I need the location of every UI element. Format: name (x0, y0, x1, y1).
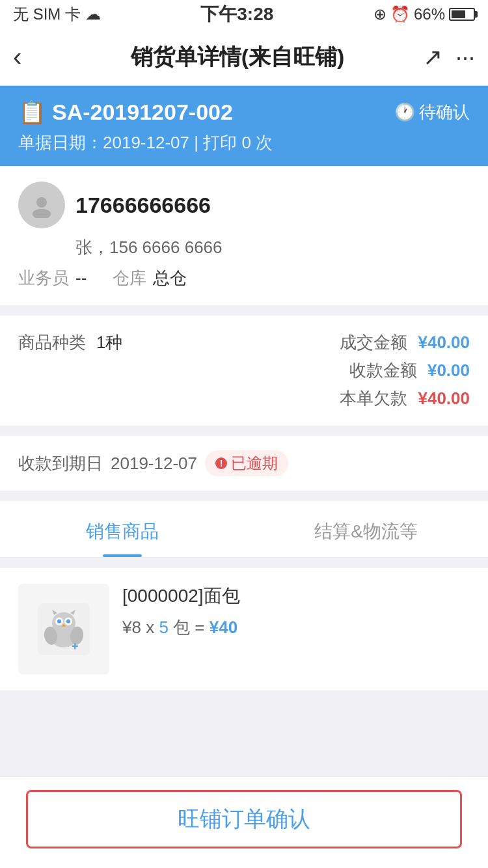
svg-point-8 (66, 619, 70, 623)
product-type-info: 商品种类 1种 (18, 331, 122, 354)
order-id-text: SA-20191207-002 (52, 100, 233, 125)
svg-point-1 (33, 209, 51, 218)
status-bar: 无 SIM 卡 ☁ 下午3:28 ⊕ ⏰ 66% (0, 0, 488, 29)
status-left: 无 SIM 卡 ☁ (13, 4, 101, 25)
warehouse-item: 仓库 总仓 (113, 267, 187, 290)
product-unit: 包 (173, 617, 190, 637)
nav-bar: ‹ 销货单详情(来自旺铺) ↗ ··· (0, 29, 488, 86)
due-date-section: 收款到期日 2019-12-07 ! 已逾期 (0, 436, 488, 491)
deal-amount-row: 成交金额 ¥40.00 (340, 331, 470, 354)
salesperson-label: 业务员 (18, 267, 69, 290)
customer-row: 17666666666 (18, 182, 470, 228)
tab-sales[interactable]: 销售商品 (0, 501, 244, 557)
price-value: ¥8 (122, 617, 141, 637)
owed-amount-row: 本单欠款 ¥40.00 (340, 387, 470, 410)
product-code: [0000002] (122, 586, 204, 606)
avatar (18, 182, 65, 228)
status-time: 下午3:28 (200, 2, 273, 27)
overdue-text: 已逾期 (231, 453, 278, 474)
owed-value: ¥40.00 (418, 388, 470, 409)
owed-label: 本单欠款 (340, 387, 407, 410)
location-icon: ⊕ (373, 5, 386, 23)
deal-amount-label: 成交金额 (340, 331, 407, 354)
order-id: 📋 SA-20191207-002 (18, 99, 233, 125)
product-name: [0000002]面包 (122, 584, 470, 608)
status-right: ⊕ ⏰ 66% (373, 5, 475, 23)
order-id-row: 📋 SA-20191207-002 🕐 待确认 (18, 99, 470, 125)
warehouse-value: 总仓 (153, 267, 187, 290)
customer-phone: 17666666666 (75, 193, 211, 218)
alarm-icon: ⏰ (390, 5, 410, 23)
due-date-label: 收款到期日 (18, 452, 103, 475)
tab-settlement[interactable]: 结算&物流等 (244, 501, 488, 557)
product-thumbnail: + (18, 584, 109, 675)
salesperson-value: -- (75, 268, 87, 288)
warehouse-label: 仓库 (113, 267, 146, 290)
multiply-sign: x (146, 617, 159, 637)
order-status-text: 待确认 (419, 101, 470, 124)
product-type-label: 商品种类 (18, 331, 86, 354)
overdue-badge: ! 已逾期 (205, 450, 288, 476)
battery-icon (449, 8, 475, 21)
collected-label: 收款金额 (349, 359, 417, 382)
product-item: + [0000002]面包 ¥8 x 5 包 = ¥40 (0, 568, 488, 690)
collected-value: ¥0.00 (427, 360, 470, 381)
salesperson-item: 业务员 -- (18, 267, 87, 290)
collected-amount-row: 收款金额 ¥0.00 (349, 359, 470, 382)
svg-point-0 (36, 197, 47, 208)
svg-text:+: + (72, 640, 79, 653)
customer-sub-info: 张，156 6666 6666 (18, 236, 470, 259)
share-button[interactable]: ↗ (423, 44, 442, 71)
due-date-value: 2019-12-07 (111, 454, 197, 474)
customer-section: 17666666666 张，156 6666 6666 业务员 -- 仓库 总仓 (0, 166, 488, 305)
back-button[interactable]: ‹ (13, 42, 52, 72)
svg-point-7 (57, 619, 61, 623)
no-sim-text: 无 SIM 卡 ☁ (13, 4, 101, 25)
product-total: ¥40 (210, 617, 237, 637)
customer-meta: 业务员 -- 仓库 总仓 (18, 267, 470, 290)
equals-sign: = (195, 617, 209, 637)
tabs-section: 销售商品 结算&物流等 (0, 501, 488, 558)
more-button[interactable]: ··· (455, 44, 475, 71)
deal-amount-value: ¥40.00 (418, 332, 470, 353)
bottom-action-bar: 旺铺订单确认 (0, 776, 488, 868)
battery-percent: 66% (414, 5, 445, 23)
nav-actions: ↗ ··· (423, 44, 475, 71)
overdue-icon: ! (215, 457, 227, 469)
product-qty: 5 (159, 617, 168, 637)
product-name-text: 面包 (204, 586, 240, 606)
order-date: 单据日期：2019-12-07 | 打印 0 次 (18, 131, 470, 154)
order-header: 📋 SA-20191207-002 🕐 待确认 单据日期：2019-12-07 … (0, 86, 488, 166)
amount-info: 成交金额 ¥40.00 收款金额 ¥0.00 本单欠款 ¥40.00 (340, 331, 470, 410)
order-icon: 📋 (18, 99, 46, 125)
page-title: 销货单详情(来自旺铺) (52, 42, 423, 72)
product-info: [0000002]面包 ¥8 x 5 包 = ¥40 (122, 584, 470, 639)
order-status: 🕐 待确认 (394, 101, 470, 124)
product-type-value: 1种 (96, 331, 122, 354)
confirm-button[interactable]: 旺铺订单确认 (26, 790, 462, 848)
product-price: ¥8 x 5 包 = ¥40 (122, 616, 470, 639)
summary-section: 商品种类 1种 成交金额 ¥40.00 收款金额 ¥0.00 本单欠款 ¥40.… (0, 316, 488, 426)
clock-icon: 🕐 (394, 102, 415, 122)
